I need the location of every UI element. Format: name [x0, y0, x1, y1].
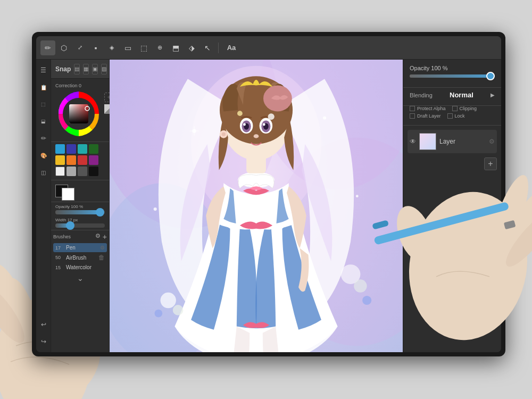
- airbrush-name: AirBrush: [66, 255, 96, 261]
- opacity-section: Opacity 100 %: [403, 60, 501, 88]
- rect-select-btn[interactable]: ▪: [88, 40, 103, 55]
- canvas-area[interactable]: [110, 60, 403, 352]
- opacity-label: Opacity 100 %: [410, 65, 495, 71]
- redo-btn[interactable]: ↪: [37, 335, 50, 348]
- swatch-purple[interactable]: [89, 155, 98, 165]
- snap-grid-4[interactable]: ▨: [101, 64, 107, 74]
- swatch-row-2: [55, 155, 105, 165]
- layer-select-btn[interactable]: ⬓: [37, 115, 50, 128]
- pen-settings-icon[interactable]: ⚙: [100, 245, 105, 251]
- svg-point-42: [161, 293, 176, 308]
- pencil-tool-btn[interactable]: ✏: [40, 40, 55, 55]
- swatch-darkblue[interactable]: [66, 144, 76, 154]
- brush-item-watercolor[interactable]: 15 Watercolor: [53, 263, 107, 272]
- opacity-slider[interactable]: [55, 210, 105, 214]
- eyedropper-btn[interactable]: ⊕: [152, 40, 167, 55]
- swatch-red[interactable]: [78, 155, 87, 165]
- snap-grid-1[interactable]: ▤: [74, 64, 80, 74]
- width-slider-row: Width 17 px: [55, 218, 105, 222]
- swatch-row-3: [55, 167, 105, 176]
- delete-brush-icon[interactable]: 🗑: [98, 254, 105, 261]
- swatch-darkgray[interactable]: [78, 167, 87, 176]
- swatch-blue[interactable]: [55, 144, 65, 154]
- background-color[interactable]: [62, 188, 74, 201]
- dotted-rect-btn[interactable]: ⬚: [136, 40, 151, 55]
- brush-tool-btn[interactable]: ✏: [37, 132, 50, 145]
- blending-value: Normal: [450, 91, 473, 99]
- brush-item-pen[interactable]: 17 Pen ⚙: [53, 243, 107, 252]
- airbrush-num: 50: [55, 255, 64, 260]
- svg-point-39: [222, 132, 226, 136]
- color-wheel[interactable]: [55, 90, 102, 137]
- swatch-green[interactable]: [89, 144, 98, 154]
- snap-grid-2[interactable]: ▦: [83, 64, 89, 74]
- svg-point-43: [173, 305, 184, 315]
- swatch-teal[interactable]: [78, 144, 87, 154]
- svg-point-36: [263, 123, 265, 126]
- snap-label: Snap: [55, 65, 71, 73]
- swatch-lightgray[interactable]: [66, 167, 76, 176]
- swatch-white[interactable]: [55, 167, 65, 176]
- sliders-area: Opacity 100 % Width 17 px: [51, 202, 109, 230]
- undo-btn[interactable]: ↩: [37, 318, 50, 331]
- color-section: Correction 0: [51, 79, 109, 142]
- far-left-tools: ☰ 📋 ⬚ ⬓ ✏ 🎨 ◫ ↩ ↪: [36, 60, 51, 352]
- menu-btn[interactable]: ☰: [37, 64, 50, 77]
- arrow-btn[interactable]: ↖: [200, 40, 215, 55]
- swatch-yellow[interactable]: [55, 155, 65, 165]
- select-region-btn[interactable]: ⬚: [37, 98, 50, 111]
- clipping-box[interactable]: [452, 106, 458, 111]
- swatch-black[interactable]: [89, 167, 98, 176]
- canvas-illustration: [110, 60, 403, 352]
- protect-alpha-label: Protect Alpha: [417, 106, 446, 111]
- transform-btn[interactable]: ⬗: [184, 40, 199, 55]
- brush-item-airbrush[interactable]: 50 AirBrush 🗑: [53, 252, 107, 263]
- show-more-brushes-btn[interactable]: ⌄: [53, 272, 107, 285]
- snap-bar: Snap ▤ ▦ ▣ ▨ ◎ •: [51, 60, 109, 79]
- eraser-tool-btn[interactable]: ⬡: [56, 40, 71, 55]
- text-btn[interactable]: Aa: [222, 40, 241, 55]
- fg-bg-container: [55, 182, 76, 200]
- protect-alpha-checkbox[interactable]: Protect Alpha: [410, 106, 446, 111]
- swatch-row-1: [55, 144, 105, 154]
- fg-bg-area: [51, 180, 109, 202]
- opacity-slider[interactable]: [410, 74, 495, 78]
- blending-dropdown-icon[interactable]: ▶: [491, 92, 495, 98]
- width-slider[interactable]: [55, 223, 105, 228]
- canvas-with-snap: [110, 60, 403, 352]
- move-tool-btn[interactable]: ⤢: [72, 40, 87, 55]
- svg-point-41: [237, 111, 243, 116]
- color-picker-btn[interactable]: 🎨: [37, 149, 50, 162]
- add-brush-btn[interactable]: +: [103, 232, 107, 241]
- svg-point-40: [268, 113, 275, 120]
- blending-section: Blending Normal ▶: [403, 88, 501, 106]
- svg-point-51: [154, 207, 157, 211]
- right-hand: [362, 117, 532, 340]
- svg-point-50: [356, 195, 359, 197]
- svg-rect-26: [246, 154, 266, 173]
- clipping-label: Clipping: [460, 106, 477, 111]
- svg-point-46: [154, 310, 162, 318]
- toolbar-separator: [218, 43, 219, 53]
- snap-grid-3[interactable]: ▣: [92, 64, 98, 74]
- protect-alpha-box[interactable]: [410, 106, 415, 111]
- pen-name: Pen: [66, 245, 98, 251]
- svg-rect-12: [372, 220, 389, 229]
- fill-tool-btn[interactable]: ◈: [104, 40, 119, 55]
- brush-list-header: Brushes: [53, 234, 71, 239]
- clipping-checkbox[interactable]: Clipping: [452, 106, 477, 111]
- svg-point-37: [254, 134, 259, 138]
- rect-tool-btn[interactable]: ▭: [120, 40, 135, 55]
- swatches-area: [51, 142, 109, 180]
- blending-row: Blending Normal ▶: [410, 91, 495, 99]
- pen-num: 17: [55, 245, 64, 251]
- svg-point-35: [243, 123, 246, 126]
- new-file-btn[interactable]: 📋: [37, 81, 50, 94]
- swatch-orange[interactable]: [66, 155, 76, 165]
- brush-settings-btn[interactable]: ⚙: [95, 232, 101, 241]
- svg-point-49: [323, 117, 326, 120]
- layers-btn[interactable]: ◫: [37, 166, 50, 179]
- correction-label: Correction 0: [55, 83, 105, 88]
- checkbox-row-1: Protect Alpha Clipping: [410, 106, 495, 111]
- stamp-btn[interactable]: ⬒: [168, 40, 183, 55]
